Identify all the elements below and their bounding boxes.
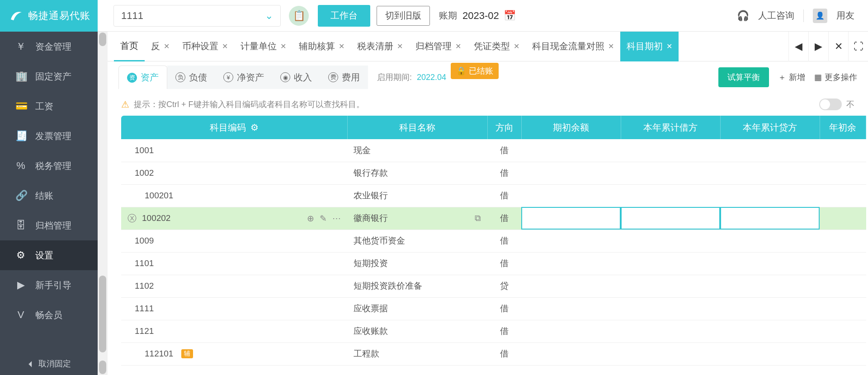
tab-2[interactable]: 币种设置✕ [176,32,234,61]
tab-close-icon[interactable]: ✕ [164,42,170,51]
copy-icon[interactable]: ⧉ [475,213,481,223]
tabs-fullscreen-button[interactable]: ⛶ [848,32,868,61]
add-new-button[interactable]: ＋ 新增 [778,72,805,83]
clipboard-button[interactable]: 📋 [289,6,309,26]
cell-ytd-debit[interactable] [621,207,720,230]
table-row[interactable]: 1102短期投资跌价准备贷 [121,275,866,297]
sidebar-scrollbar[interactable] [98,32,108,375]
sidebar-item-2[interactable]: 💳工资 [0,91,98,121]
salary-icon: 💳 [15,100,26,112]
table-row[interactable]: 1009其他货币资金借 [121,230,866,252]
trial-balance-button[interactable]: 试算平衡 [718,67,769,87]
cell-ytd-credit[interactable] [720,207,820,230]
username[interactable]: 用友 [836,9,854,22]
cell-code: 1121 [121,320,347,342]
more-icon[interactable]: ⋯ [332,213,341,224]
subtab-3[interactable]: ◉收入 [272,66,320,89]
subtab-2[interactable]: ¥净资产 [215,66,272,89]
tab-close-icon[interactable]: ✕ [608,42,614,51]
tab-7[interactable]: 凭证类型✕ [467,32,526,61]
add-child-icon[interactable]: ⊕ [307,213,314,224]
calendar-icon[interactable]: 📅 [504,10,516,22]
subtab-icon: 费 [328,72,338,82]
scroll-down-arrow[interactable] [99,361,106,374]
tab-3[interactable]: 计量单位✕ [234,32,292,61]
cell-code: ⓧ100202⊕✎⋯ [121,207,347,230]
main-content: 首页反✕币种设置✕计量单位✕辅助核算✕税表清册✕归档管理✕凭证类型✕科目现金流量… [108,32,868,375]
table-row[interactable]: 1002银行存款借 [121,162,866,184]
tab-9[interactable]: 科目期初✕ [620,32,679,61]
table-row[interactable]: 1001现金借 [121,139,866,162]
cell-begin[interactable] [521,207,621,230]
avatar[interactable]: 👤 [813,9,827,23]
cell-dir: 借 [487,342,521,365]
sidebar-item-1[interactable]: 🏢固定资产 [0,61,98,91]
th-ytd-debit[interactable]: 本年累计借方 [621,116,720,139]
consult-link[interactable]: 人工咨询 [758,9,794,22]
switch-old-button[interactable]: 切到旧版 [377,6,430,26]
th-name[interactable]: 科目名称 [347,116,487,139]
th-dir[interactable]: 方向 [487,116,521,139]
sidebar: ￥资金管理🏢固定资产💳工资🧾发票管理%税务管理🔗结账🗄归档管理⚙设置▶新手引导V… [0,32,98,375]
tab-close-icon[interactable]: ✕ [222,42,228,51]
clipboard-icon: 📋 [293,10,305,22]
tab-close-icon[interactable]: ✕ [455,42,461,51]
more-actions-button[interactable]: ▦ 更多操作 [814,72,857,83]
gear-icon[interactable]: ⚙ [250,122,259,133]
tab-4[interactable]: 辅助核算✕ [292,32,351,61]
company-selector-value: 1111 [121,10,143,22]
table-row[interactable]: 1101短期投资借 [121,252,866,275]
sidebar-item-label: 结账 [35,190,53,202]
tab-1[interactable]: 反✕ [145,32,176,61]
company-selector[interactable]: 1111 ⌄ [113,5,281,27]
table-row[interactable]: 1121应收账款借 [121,320,866,342]
tabs-close-button[interactable]: ✕ [828,32,848,61]
tab-5[interactable]: 税表清册✕ [351,32,409,61]
tab-close-icon[interactable]: ✕ [397,42,403,51]
tabs-prev-button[interactable]: ◀ [788,32,808,61]
scroll-up-arrow[interactable] [99,33,106,46]
delete-row-icon[interactable]: ⓧ [127,212,137,225]
sidebar-item-label: 畅会员 [35,309,62,321]
sidebar-item-6[interactable]: 🗄归档管理 [0,211,98,240]
sidebar-item-8[interactable]: ▶新手引导 [0,270,98,300]
scroll-thumb[interactable] [99,276,106,352]
th-ytd-credit[interactable]: 本年累计贷方 [720,116,820,139]
sidebar-item-9[interactable]: V畅会员 [0,300,98,330]
sidebar-item-4[interactable]: %税务管理 [0,151,98,181]
user-icon: 👤 [816,11,825,20]
table-row[interactable]: 1111应收票据借 [121,297,866,320]
tab-6[interactable]: 归档管理✕ [409,32,467,61]
cell-dir: 借 [487,252,521,275]
sidebar-item-0[interactable]: ￥资金管理 [0,32,98,61]
table-row[interactable]: ⓧ100202⊕✎⋯徽商银行⧉借 [121,207,866,230]
tab-close-icon[interactable]: ✕ [514,42,519,51]
subtab-0[interactable]: 资资产 [118,66,167,89]
subtab-1[interactable]: 负负债 [167,66,215,89]
sidebar-item-5[interactable]: 🔗结账 [0,181,98,211]
edit-icon[interactable]: ✎ [320,213,327,224]
sidebar-item-3[interactable]: 🧾发票管理 [0,121,98,151]
cell-year-begin [820,207,866,230]
tab-close-icon[interactable]: ✕ [280,42,286,51]
table-row[interactable]: 100201农业银行借 [121,184,866,207]
table-row[interactable]: 112101辅工程款借 [121,342,866,365]
sidebar-item-7[interactable]: ⚙设置 [0,240,98,270]
brand-text: 畅捷通易代账 [28,9,90,23]
cell-name: 农业银行 [347,184,487,207]
unpin-button[interactable]: ⏴ 取消固定 [0,352,98,375]
tab-8[interactable]: 科目现金流量对照✕ [526,32,620,61]
th-begin[interactable]: 期初余额 [521,116,621,139]
tab-0[interactable]: 首页 [114,32,145,61]
cell-dir: 借 [487,184,521,207]
filter-toggle[interactable] [819,98,842,110]
tab-close-icon[interactable]: ✕ [339,42,344,51]
workbench-button[interactable]: 工作台 [318,5,370,27]
tab-close-icon[interactable]: ✕ [666,42,672,51]
settings-icon: ⚙ [15,249,26,261]
th-year-begin[interactable]: 年初余 [820,116,866,139]
subtab-4[interactable]: 费费用 [320,66,368,89]
tabs-next-button[interactable]: ▶ [808,32,828,61]
name-value: 短期投资跌价准备 [354,281,422,291]
th-code[interactable]: 科目编码⚙ [121,116,347,139]
